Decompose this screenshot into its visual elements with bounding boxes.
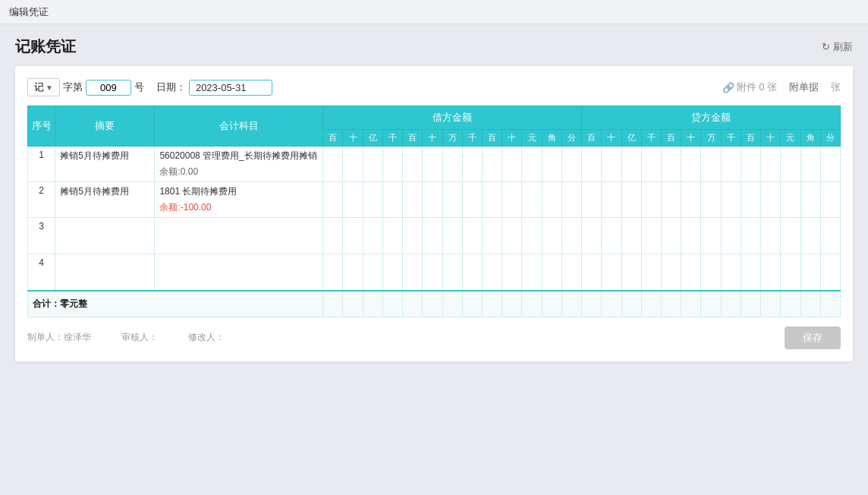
r2-c2[interactable] (602, 182, 621, 218)
r1-d8[interactable] (462, 147, 482, 182)
r2-d13[interactable] (561, 182, 581, 218)
r4-c4[interactable] (641, 254, 661, 291)
r1-d6[interactable] (423, 147, 442, 182)
r3-d9[interactable] (483, 218, 502, 254)
r3-c6[interactable] (681, 218, 701, 254)
r3-c13[interactable] (820, 218, 840, 254)
r2-c12[interactable] (800, 182, 820, 218)
r3-c3[interactable] (621, 218, 641, 254)
r4-c2[interactable] (602, 254, 621, 291)
r3-d10[interactable] (502, 218, 522, 254)
r1-c11[interactable] (781, 147, 800, 182)
r3-d8[interactable] (462, 218, 482, 254)
r4-d11[interactable] (522, 254, 542, 291)
row3-account[interactable] (155, 218, 323, 254)
r1-c5[interactable] (661, 147, 681, 182)
r2-c8[interactable] (721, 182, 741, 218)
r4-c3[interactable] (621, 254, 641, 291)
r3-d7[interactable] (442, 218, 462, 254)
r2-d4[interactable] (382, 182, 402, 218)
r4-d5[interactable] (403, 254, 423, 291)
r3-d6[interactable] (423, 218, 442, 254)
r2-c9[interactable] (741, 182, 760, 218)
refresh-button[interactable]: ↻ 刷新 (822, 40, 853, 54)
r1-c1[interactable] (582, 147, 602, 182)
r1-c8[interactable] (721, 147, 741, 182)
r1-d4[interactable] (382, 147, 402, 182)
r4-d3[interactable] (363, 254, 382, 291)
r3-c5[interactable] (661, 218, 681, 254)
r2-d1[interactable] (323, 182, 343, 218)
date-input[interactable] (189, 80, 272, 96)
r2-d8[interactable] (462, 182, 482, 218)
r2-d9[interactable] (483, 182, 502, 218)
row1-summary[interactable]: 摊销5月待摊费用 (55, 147, 155, 182)
r4-c13[interactable] (820, 254, 840, 291)
r2-c13[interactable] (820, 182, 840, 218)
r4-d6[interactable] (423, 254, 442, 291)
r4-c7[interactable] (701, 254, 721, 291)
r3-d13[interactable] (561, 218, 581, 254)
r1-d2[interactable] (343, 147, 363, 182)
r1-d10[interactable] (502, 147, 522, 182)
r4-d4[interactable] (382, 254, 402, 291)
r3-d3[interactable] (363, 218, 382, 254)
r1-d1[interactable] (323, 147, 343, 182)
r1-c7[interactable] (701, 147, 721, 182)
r2-d7[interactable] (442, 182, 462, 218)
r2-d2[interactable] (343, 182, 363, 218)
r4-d2[interactable] (343, 254, 363, 291)
row2-summary[interactable]: 摊销5月待摊费用 (55, 182, 155, 218)
r1-c4[interactable] (641, 147, 661, 182)
r1-d7[interactable] (442, 147, 462, 182)
r2-d3[interactable] (363, 182, 382, 218)
r3-c7[interactable] (701, 218, 721, 254)
attachment-link[interactable]: 🔗 附件 0 张 (722, 80, 777, 94)
r2-d11[interactable] (522, 182, 542, 218)
r4-c8[interactable] (721, 254, 741, 291)
r4-c9[interactable] (741, 254, 760, 291)
save-button[interactable]: 保存 (785, 326, 841, 349)
r3-c2[interactable] (602, 218, 621, 254)
r3-c10[interactable] (761, 218, 781, 254)
attachment-doc-button[interactable]: 附单据 (789, 80, 819, 94)
r1-d13[interactable] (561, 147, 581, 182)
r3-d12[interactable] (542, 218, 561, 254)
r1-c3[interactable] (621, 147, 641, 182)
r1-c13[interactable] (820, 147, 840, 182)
row3-summary[interactable] (55, 218, 155, 254)
r1-c10[interactable] (761, 147, 781, 182)
r1-c9[interactable] (741, 147, 760, 182)
r4-d7[interactable] (442, 254, 462, 291)
r2-d6[interactable] (423, 182, 442, 218)
r4-c12[interactable] (800, 254, 820, 291)
r4-d9[interactable] (483, 254, 502, 291)
r2-d12[interactable] (542, 182, 561, 218)
r3-d4[interactable] (382, 218, 402, 254)
r1-d12[interactable] (542, 147, 561, 182)
r2-d5[interactable] (403, 182, 423, 218)
voucher-number-input[interactable] (86, 80, 131, 96)
r4-d1[interactable] (323, 254, 343, 291)
r3-c1[interactable] (582, 218, 602, 254)
row4-summary[interactable] (55, 254, 155, 291)
row1-account[interactable]: 56020008 管理费用_长期待摊费用摊销 余额:0.00 (155, 147, 323, 182)
r4-c6[interactable] (681, 254, 701, 291)
row2-account[interactable]: 1801 长期待摊费用 余额:-100.00 (155, 182, 323, 218)
r1-d5[interactable] (403, 147, 423, 182)
r1-d3[interactable] (363, 147, 382, 182)
r2-c11[interactable] (781, 182, 800, 218)
r3-d5[interactable] (403, 218, 423, 254)
r3-c9[interactable] (741, 218, 760, 254)
r3-d1[interactable] (323, 218, 343, 254)
r2-c3[interactable] (621, 182, 641, 218)
r1-c6[interactable] (681, 147, 701, 182)
voucher-type-button[interactable]: 记 ▼ (27, 78, 60, 96)
r4-d12[interactable] (542, 254, 561, 291)
r4-c10[interactable] (761, 254, 781, 291)
r2-d10[interactable] (502, 182, 522, 218)
r3-c4[interactable] (641, 218, 661, 254)
r2-c6[interactable] (681, 182, 701, 218)
r2-c10[interactable] (761, 182, 781, 218)
r3-c8[interactable] (721, 218, 741, 254)
